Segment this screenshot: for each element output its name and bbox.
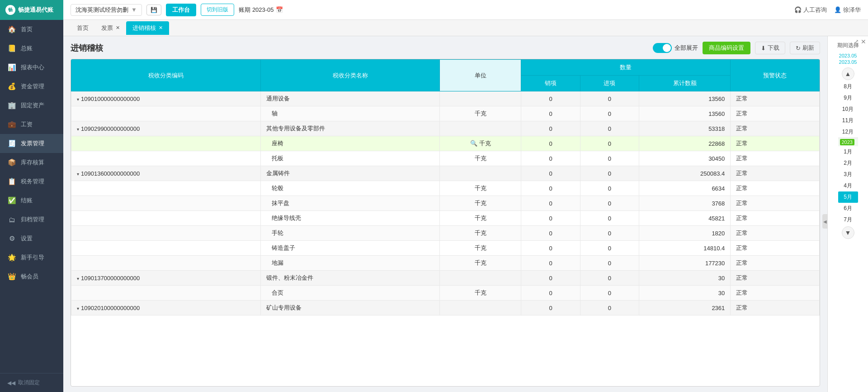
period-month-3月[interactable]: 3月 xyxy=(838,169,858,180)
download-icon: ⬇ xyxy=(761,45,766,52)
period-display-2: 2023.05 xyxy=(839,59,857,65)
table-row-sales: 0 xyxy=(521,181,580,196)
period-down-btn[interactable]: ▼ xyxy=(842,226,854,239)
product-code-button[interactable]: 商品编码设置 xyxy=(703,42,750,54)
calendar-icon[interactable]: 📅 xyxy=(276,6,283,13)
period-month-7月[interactable]: 7月 xyxy=(838,214,858,225)
table-row-warning: 正常 xyxy=(731,286,820,301)
table-row-purchase: 0 xyxy=(580,211,639,226)
tabs-bar: 首页 发票 ✕ 进销稽核 ✕ xyxy=(63,20,868,36)
table-row-code xyxy=(71,151,261,166)
sidebar-item-member[interactable]: 👑 畅会员 xyxy=(0,267,63,286)
tab-reconcile-close-icon[interactable]: ✕ xyxy=(159,25,163,31)
period-month-12月[interactable]: 12月 xyxy=(838,126,858,138)
expand-icon[interactable]: ▾ xyxy=(77,97,79,102)
switch-old-button[interactable]: 切到旧版 xyxy=(201,4,234,16)
save-draft-button[interactable]: 💾 xyxy=(146,5,161,15)
table-row-sales: 0 xyxy=(521,196,580,211)
table-row-code: ▾109013600000000000 xyxy=(71,166,261,181)
table-row-unit xyxy=(440,271,521,286)
sidebar-item-invoice[interactable]: 🧾 发票管理 xyxy=(0,134,63,153)
refresh-label: 刷新 xyxy=(802,44,814,52)
period-display: 账期 2023-05 📅 xyxy=(239,6,283,14)
tab-invoice-close-icon[interactable]: ✕ xyxy=(116,25,120,31)
tab-reconcile[interactable]: 进销稽核 ✕ xyxy=(126,21,169,35)
cancel-fix-icon: ◀◀ xyxy=(7,380,15,386)
inventory-icon: 📦 xyxy=(7,158,16,167)
download-button[interactable]: ⬇ 下载 xyxy=(755,42,785,54)
period-month-2月[interactable]: 2月 xyxy=(838,158,858,169)
sidebar-item-guide[interactable]: 🌟 新手引导 xyxy=(0,248,63,267)
archive-icon: 🗂 xyxy=(7,216,16,224)
expand-icon[interactable]: ▾ xyxy=(77,127,79,132)
period-month-8月[interactable]: 8月 xyxy=(838,81,858,92)
sidebar-item-reports[interactable]: 📊 报表中心 xyxy=(0,58,63,77)
table-row-total: 250083.4 xyxy=(639,166,730,181)
company-selector[interactable]: 沈海英测试经营勿删 ▼ xyxy=(71,4,142,16)
table-row-purchase: 0 xyxy=(580,151,639,166)
table-row-warning: 正常 xyxy=(731,91,820,106)
tab-home[interactable]: 首页 xyxy=(71,21,95,35)
sidebar-item-assets[interactable]: 🏢 固定资产 xyxy=(0,96,63,115)
sidebar-item-ledger[interactable]: 📒 总账 xyxy=(0,39,63,58)
sidebar-cancel-fix[interactable]: ◀◀ 取消固定 xyxy=(0,373,63,392)
period-month-5月[interactable]: 5月 xyxy=(838,191,858,203)
period-year-2023: 2023 xyxy=(838,138,858,146)
period-month-11月[interactable]: 11月 xyxy=(838,115,858,126)
sidebar-item-archive[interactable]: 🗂 归档管理 xyxy=(0,210,63,229)
expand-all-toggle[interactable]: 全部展开 xyxy=(653,43,698,53)
sidebar-item-settlement[interactable]: ✅ 结账 xyxy=(0,191,63,210)
table-row-sales: 0 xyxy=(521,241,580,256)
refresh-button[interactable]: ↻ 刷新 xyxy=(790,42,820,54)
service-button[interactable]: 🎧 人工咨询 xyxy=(794,6,827,14)
table-row-total: 45821 xyxy=(639,211,730,226)
sidebar-item-salary[interactable]: 💼 工资 xyxy=(0,115,63,134)
workbench-button[interactable]: 工作台 xyxy=(166,4,196,16)
user-info[interactable]: 👤 徐泽华 xyxy=(834,6,861,14)
expand-icon[interactable]: ▾ xyxy=(77,172,79,177)
table-row-unit: 千克 xyxy=(440,181,521,196)
expand-icon[interactable]: ▾ xyxy=(77,276,79,281)
expand-icon[interactable]: ▾ xyxy=(77,306,79,311)
sidebar-item-label: 归档管理 xyxy=(21,215,44,224)
sidebar-item-inventory[interactable]: 📦 库存核算 xyxy=(0,153,63,172)
right-panel: ◀ ⤢ ✕ 期间选择 2023.05 2023.05 ▲ 8月9月10月11月1… xyxy=(827,36,868,392)
period-month-1月[interactable]: 1月 xyxy=(838,146,858,158)
table-row-total: 3768 xyxy=(639,196,730,211)
table-row-name: 铸造盖子 xyxy=(261,241,440,256)
sidebar-item-label: 报表中心 xyxy=(21,63,44,72)
sidebar: 畅 畅捷通易代账 🏠 首页 📒 总账 📊 报表中心 💰 资金管理 🏢 固定资产 … xyxy=(0,0,63,392)
expand-panel-icon[interactable]: ⤢ xyxy=(854,38,859,45)
table-row-purchase: 0 xyxy=(580,181,639,196)
sidebar-item-label: 总账 xyxy=(21,44,33,53)
sidebar-item-home[interactable]: 🏠 首页 xyxy=(0,20,63,39)
table-row-name: 锻件、粉末冶金件 xyxy=(261,271,440,286)
tab-invoice[interactable]: 发票 ✕ xyxy=(95,21,126,35)
close-panel-icon[interactable]: ✕ xyxy=(861,38,866,45)
period-month-6月[interactable]: 6月 xyxy=(838,203,858,214)
table-row-total: 177230 xyxy=(639,256,730,271)
table-row-name: 手轮 xyxy=(261,226,440,241)
search-icon[interactable]: 🔍 xyxy=(470,140,477,147)
period-month-4月[interactable]: 4月 xyxy=(838,180,858,191)
panel-toggle[interactable]: ◀ xyxy=(822,214,828,229)
logo-text: 畅捷通易代账 xyxy=(18,6,53,14)
table-row-unit xyxy=(440,301,521,316)
toggle-switch[interactable] xyxy=(653,43,672,53)
sidebar-item-funds[interactable]: 💰 资金管理 xyxy=(0,77,63,96)
ledger-icon: 📒 xyxy=(7,44,16,53)
sidebar-item-label: 新手引导 xyxy=(21,253,44,262)
table-row-warning: 正常 xyxy=(731,151,820,166)
sidebar-item-tax[interactable]: 📋 税务管理 xyxy=(0,172,63,191)
sidebar-item-settings[interactable]: ⚙ 设置 xyxy=(0,229,63,248)
table-row-total: 53318 xyxy=(639,121,730,136)
table-row-code: ▾109020100000000000 xyxy=(71,301,261,316)
period-month-10月[interactable]: 10月 xyxy=(838,104,858,115)
period-month-9月[interactable]: 9月 xyxy=(838,92,858,104)
period-up-btn[interactable]: ▲ xyxy=(842,67,854,80)
table-row-warning: 正常 xyxy=(731,196,820,211)
table-row-name: 合页 xyxy=(261,286,440,301)
table-row-purchase: 0 xyxy=(580,256,639,271)
table-row-code xyxy=(71,106,261,121)
data-table-container: 税收分类编码 税收分类名称 单位 数量 预警状态 销项 进项 累计数额 xyxy=(71,59,820,387)
